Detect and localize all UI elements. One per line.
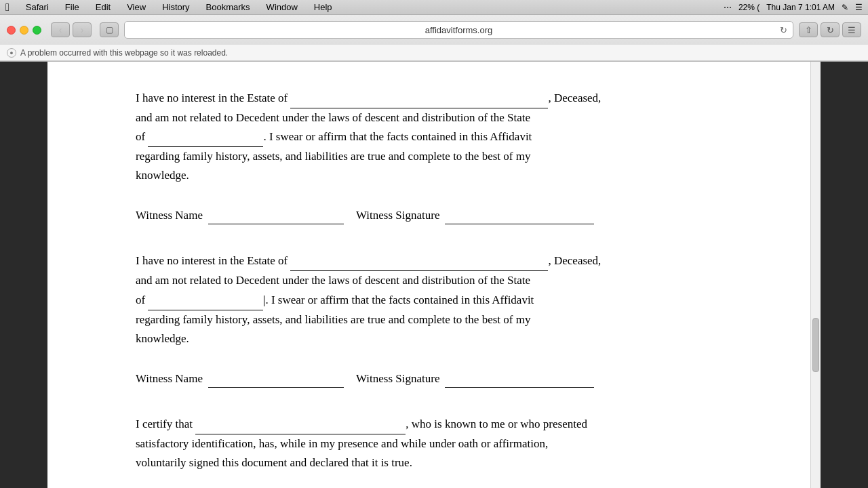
menu-bookmarks[interactable]: Bookmarks — [203, 2, 253, 12]
maximize-button[interactable] — [33, 26, 41, 35]
para2-line5: knowledge. — [136, 332, 189, 345]
menu-bar:  Safari File Edit View History Bookmark… — [0, 0, 868, 15]
para2-line1-end: , Deceased, — [548, 254, 601, 267]
para2-line3-start: of — [136, 293, 145, 306]
address-bar[interactable]: affidavitforms.org — [124, 21, 793, 39]
search-icon[interactable]: ✎ — [842, 3, 848, 12]
battery-status: 22% ( — [738, 3, 760, 12]
witness-section-2: Witness Name Witness Signature — [136, 369, 722, 388]
share-button[interactable]: ⇧ — [799, 22, 818, 37]
witness1-name-label: Witness Name — [136, 206, 203, 224]
page-container: I have no interest in the Estate of , De… — [47, 62, 821, 488]
para3-line1-end: , who is known to me or who presented — [406, 418, 587, 430]
para3-line1-start: I certify that — [136, 418, 193, 430]
address-bar-container: affidavitforms.org ↻ — [124, 21, 793, 39]
scrollbar-thumb[interactable] — [812, 318, 819, 372]
para2-line2: and am not related to Decedent under the… — [136, 274, 530, 287]
refresh-button[interactable]: ↻ — [821, 22, 840, 37]
scrollbar[interactable] — [810, 62, 821, 488]
certify-field[interactable] — [195, 415, 406, 434]
menu-view[interactable]: View — [124, 2, 149, 12]
witness2-name-field[interactable] — [208, 369, 344, 388]
para1-line4: regarding family history, assets, and li… — [136, 150, 530, 163]
tab-button[interactable]: ▢ — [100, 22, 119, 37]
para2-line3-end: . I swear or affirm that the facts conta… — [265, 293, 534, 306]
para1-line1-end: , Deceased, — [548, 92, 601, 104]
menu-help[interactable]: Help — [311, 2, 335, 12]
para1-line2: and am not related to Decedent under the… — [136, 111, 530, 124]
notification-bar: ● A problem occurred with this webpage s… — [0, 45, 868, 61]
forward-button[interactable]: › — [73, 22, 92, 37]
apple-menu[interactable]:  — [5, 1, 9, 14]
close-button[interactable] — [7, 26, 16, 35]
witness-section-1: Witness Name Witness Signature — [136, 205, 722, 224]
witness2-sig-label: Witness Signature — [356, 369, 440, 388]
browser-right-buttons: ⇧ ↻ ☰ — [799, 22, 861, 37]
menubar-right: ⋯ 22% ( Thu Jan 7 1:01 AM ✎ ☰ — [724, 3, 863, 12]
paragraph-2: I have no interest in the Estate of , De… — [136, 251, 722, 348]
notification-text: A problem occurred with this webpage so … — [20, 48, 228, 58]
state-field-1[interactable] — [148, 127, 263, 147]
menu-history[interactable]: History — [159, 2, 192, 12]
para3-line2: satisfactory identification, has, while … — [136, 437, 548, 450]
para2-line1-start: I have no interest in the Estate of — [136, 254, 288, 267]
menu-window[interactable]: Window — [264, 2, 300, 12]
wifi-icon: ⋯ — [724, 3, 732, 12]
page-content: I have no interest in the Estate of , De… — [47, 62, 810, 488]
sidebar-button[interactable]: ☰ — [842, 22, 861, 37]
nav-buttons: ‹ › — [51, 22, 92, 37]
para1-line5: knowledge. — [136, 169, 189, 182]
estate-field-2[interactable] — [290, 251, 548, 271]
para1-line3-start: of — [136, 130, 145, 143]
witness1-name-field[interactable] — [208, 205, 344, 224]
url-text: affidavitforms.org — [425, 25, 492, 35]
menu-safari[interactable]: Safari — [23, 2, 52, 12]
witness2-sig-field[interactable] — [445, 369, 594, 388]
notification-icon[interactable]: ☰ — [855, 3, 863, 12]
back-button[interactable]: ‹ — [51, 22, 70, 37]
minimize-button[interactable] — [20, 26, 28, 35]
browser-chrome: ‹ › ▢ affidavitforms.org ↻ ⇧ ↻ ☰ ● A pro… — [0, 15, 868, 62]
paragraph-3: I certify that , who is known to me or w… — [136, 415, 722, 472]
para1-line1-start: I have no interest in the Estate of — [136, 92, 288, 104]
info-icon: ● — [7, 48, 16, 58]
witness1-sig-field[interactable] — [445, 205, 594, 224]
witness2-name-label: Witness Name — [136, 369, 203, 388]
para3-line3: voluntarily signed this document and dec… — [136, 456, 412, 469]
browser-toolbar: ‹ › ▢ affidavitforms.org ↻ ⇧ ↻ ☰ — [0, 15, 868, 45]
state-field-2[interactable] — [148, 291, 263, 310]
clock: Thu Jan 7 1:01 AM — [766, 3, 835, 12]
traffic-lights — [7, 26, 41, 35]
reload-button[interactable]: ↻ — [777, 24, 789, 36]
paragraph-1: I have no interest in the Estate of , De… — [136, 89, 722, 185]
para1-line3-end: . I swear or affirm that the facts conta… — [263, 130, 532, 143]
menu-file[interactable]: File — [62, 2, 82, 12]
estate-field-1[interactable] — [290, 89, 548, 108]
browser-content: I have no interest in the Estate of , De… — [0, 62, 868, 488]
witness1-sig-label: Witness Signature — [356, 206, 440, 224]
para2-line4: regarding family history, assets, and li… — [136, 313, 530, 326]
menu-edit[interactable]: Edit — [93, 2, 113, 12]
